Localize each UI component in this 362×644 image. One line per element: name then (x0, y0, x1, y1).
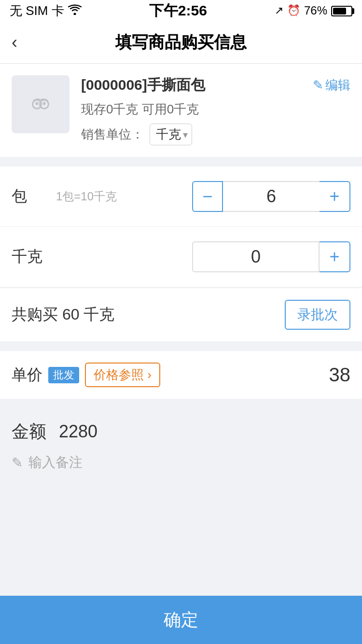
bao-label: 包 (12, 186, 50, 207)
batch-tag: 批发 (48, 367, 79, 383)
batch-button[interactable]: 录批次 (285, 300, 350, 330)
amount-row: 金额 2280 (12, 420, 350, 444)
price-value: 38 (329, 364, 351, 386)
bao-minus-button[interactable]: − (192, 181, 223, 212)
unit-label: 销售单位： (81, 126, 144, 143)
product-section: [0000006]手撕面包 ✎ 编辑 现存0千克 可用0千克 销售单位： 千克 … (0, 64, 362, 157)
product-info: [0000006]手撕面包 ✎ 编辑 现存0千克 可用0千克 销售单位： 千克 … (81, 75, 350, 145)
product-stock: 现存0千克 可用0千克 (81, 101, 350, 118)
price-label: 单价 (12, 364, 42, 386)
location-icon: ↗ (275, 4, 283, 17)
amount-label: 金额 (12, 421, 46, 441)
unit-select[interactable]: 千克 ▾ (150, 124, 192, 145)
confirm-button[interactable]: 确定 (0, 596, 362, 644)
svg-point-0 (73, 13, 76, 15)
product-thumbnail (12, 75, 70, 133)
status-bar-left: 无 SIM 卡 (10, 2, 82, 19)
status-bar-right: ↗ ⏰ 76% (275, 4, 352, 17)
back-button[interactable]: ‹ (12, 32, 17, 53)
kg-plus-button[interactable]: + (320, 241, 350, 272)
quantity-section: 包 1包=10千克 − + 千克 + (0, 167, 362, 287)
wifi-icon (68, 3, 82, 18)
remark-row[interactable]: ✎ 输入备注 (12, 453, 350, 472)
kg-quantity-input[interactable] (192, 241, 320, 272)
spacer (0, 540, 362, 596)
svg-point-4 (43, 102, 46, 105)
kg-label: 千克 (12, 246, 50, 267)
alarm-icon: ⏰ (287, 4, 300, 17)
bao-quantity-row: 包 1包=10千克 − + (0, 167, 362, 227)
nav-bar: ‹ 填写商品购买信息 (0, 21, 362, 64)
price-section: 单价 批发 价格参照 › 38 (0, 351, 362, 399)
product-name: [0000006]手撕面包 (81, 75, 205, 95)
status-bar: 无 SIM 卡 下午2:56 ↗ ⏰ 76% (0, 0, 362, 21)
product-image-icon (26, 92, 55, 116)
amount-section: 金额 2280 ✎ 输入备注 (0, 408, 362, 540)
product-unit-row: 销售单位： 千克 ▾ (81, 124, 350, 145)
edit-label: 编辑 (325, 77, 350, 94)
product-name-row: [0000006]手撕面包 ✎ 编辑 (81, 75, 350, 95)
bao-quantity-input[interactable] (223, 181, 320, 212)
price-label-group: 单价 批发 价格参照 › (12, 363, 160, 387)
amount-value: 2280 (59, 421, 97, 441)
price-row: 单价 批发 价格参照 › 38 (12, 363, 350, 387)
chevron-down-icon: ▾ (183, 129, 188, 140)
page-title: 填写商品购买信息 (115, 31, 247, 54)
bao-qty-controls: − + (192, 181, 350, 212)
total-row: 共购买 60 千克 录批次 (0, 288, 362, 341)
svg-point-3 (36, 102, 39, 105)
status-bar-time: 下午2:56 (149, 1, 207, 21)
kg-controls: + (192, 241, 350, 272)
unit-value: 千克 (156, 126, 181, 143)
price-ref-button[interactable]: 价格参照 › (85, 363, 160, 387)
kg-quantity-row: 千克 + (0, 227, 362, 287)
battery-icon (331, 4, 352, 17)
remark-icon: ✎ (12, 455, 23, 471)
total-text: 共购买 60 千克 (12, 304, 114, 325)
edit-button[interactable]: ✎ 编辑 (313, 77, 350, 94)
edit-icon: ✎ (313, 78, 323, 93)
bao-plus-button[interactable]: + (320, 181, 350, 212)
bao-sublabel: 1包=10千克 (56, 189, 192, 204)
remark-label: 输入备注 (28, 453, 83, 472)
battery-percent: 76% (304, 4, 327, 17)
carrier-text: 无 SIM 卡 (10, 2, 64, 19)
